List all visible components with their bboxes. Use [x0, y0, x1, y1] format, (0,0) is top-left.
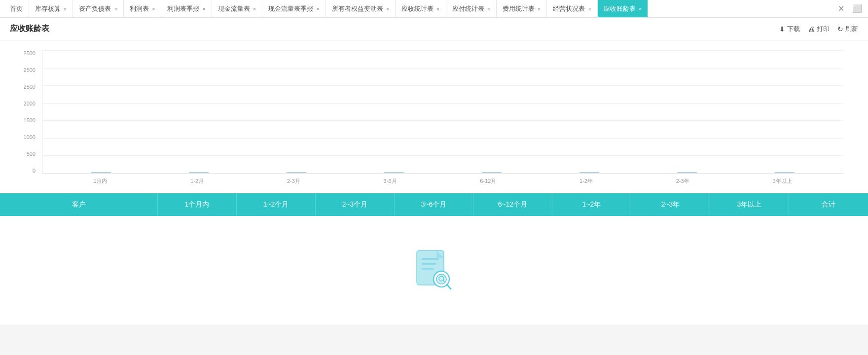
bar-group-6-12month	[482, 172, 502, 173]
chart-container: 2500 2500 2500 2000 1500 1000 500 0	[15, 50, 853, 188]
y-label-2500a: 2500	[24, 50, 36, 56]
page-title: 应收账龄表	[10, 24, 49, 34]
bar-3-6month	[384, 172, 404, 173]
close-icon[interactable]: ×	[316, 6, 319, 12]
bar-2-3month	[287, 172, 306, 173]
svg-line-7	[447, 284, 451, 289]
bar-group-3-6month	[384, 172, 404, 173]
tab-operations[interactable]: 经营状况表 ×	[547, 0, 597, 18]
chart-y-axis: 2500 2500 2500 2000 1500 1000 500 0	[15, 50, 39, 174]
tab-balance[interactable]: 资产负债表 ×	[73, 0, 123, 18]
close-window-icon[interactable]: ✕	[836, 2, 846, 15]
table-header: 客户 1个月内 1~2个月 2~3个月 3~6个月 6~12个月 1~2年 2~…	[0, 193, 868, 216]
bar-group-2-3year	[677, 172, 697, 173]
header-cell-customer: 客户	[0, 193, 158, 216]
close-icon[interactable]: ×	[114, 6, 117, 12]
tab-bar: 首页 库存核算 × 资产负债表 × 利润表 × 利润表季报 × 现金流量表 × …	[0, 0, 868, 18]
x-label-1-2month: 1-2月	[190, 178, 204, 185]
header-cell-1-2year: 1~2年	[552, 193, 631, 216]
header-cell-6-12month: 6~12个月	[473, 193, 552, 216]
close-icon[interactable]: ×	[202, 6, 205, 12]
bar-1-2month	[189, 172, 209, 173]
y-label-0c: 0	[33, 168, 36, 174]
tab-ar-aging[interactable]: 应收账龄表 ×	[598, 0, 648, 18]
bar-group-1-2month	[189, 172, 209, 173]
bars-container	[42, 50, 843, 173]
header-cell-1month: 1个月内	[158, 193, 237, 216]
svg-rect-2	[422, 263, 436, 265]
bar-1-2year	[579, 172, 599, 173]
y-label-500: 1500	[24, 117, 36, 123]
bar-6-12month	[482, 172, 502, 173]
maximize-window-icon[interactable]: ⬜	[850, 2, 864, 15]
download-icon: ⬇	[779, 25, 785, 33]
tab-home[interactable]: 首页	[4, 0, 29, 18]
tab-profit-quarterly[interactable]: 利润表季报 ×	[161, 0, 212, 18]
tab-inventory[interactable]: 库存核算 ×	[29, 0, 73, 18]
close-icon[interactable]: ×	[639, 6, 642, 12]
x-label-1-2year: 1-2年	[579, 178, 593, 185]
tab-cashflow[interactable]: 现金流量表 ×	[212, 0, 262, 18]
bar-group-1-2year	[579, 172, 599, 173]
header-cell-total: 合计	[789, 193, 868, 216]
header-actions: ⬇ 下载 🖨 打印 ↻ 刷新	[779, 25, 858, 34]
y-label-1500: 2500	[24, 84, 36, 90]
close-icon[interactable]: ×	[588, 6, 591, 12]
close-icon[interactable]: ×	[64, 6, 67, 12]
window-controls: ✕ ⬜	[836, 2, 864, 15]
chart-area	[42, 50, 843, 174]
bar-1month	[91, 172, 111, 173]
x-label-2-3year: 2-3年	[676, 178, 689, 185]
x-labels: 1月内 1-2月 2-3月 3-6月 6-12月 1-2年 2-3年 3年以上	[42, 174, 843, 188]
print-icon: 🖨	[808, 25, 815, 33]
empty-state	[0, 216, 868, 324]
header-cell-2-3year: 2~3年	[631, 193, 710, 216]
svg-rect-1	[422, 258, 439, 260]
close-icon[interactable]: ×	[487, 6, 490, 12]
chart-section: 2500 2500 2500 2000 1500 1000 500 0	[0, 40, 868, 193]
bar-2-3year	[677, 172, 697, 173]
bar-3plus	[775, 172, 795, 173]
x-label-2-3month: 2-3月	[287, 178, 300, 185]
header-cell-2-3month: 2~3个月	[316, 193, 395, 216]
y-label-0b: 500	[27, 151, 36, 157]
header-cell-3plus: 3年以上	[710, 193, 789, 216]
x-label-3plus: 3年以上	[772, 178, 792, 185]
svg-point-6	[436, 274, 446, 284]
tab-equity[interactable]: 所有者权益变动表 ×	[326, 0, 396, 18]
y-label-2000: 2500	[24, 67, 36, 73]
tab-profit[interactable]: 利润表 ×	[124, 0, 161, 18]
x-label-6-12month: 6-12月	[480, 178, 496, 185]
refresh-button[interactable]: ↻ 刷新	[837, 25, 858, 34]
main-content: 2500 2500 2500 2000 1500 1000 500 0	[0, 40, 868, 324]
bar-group-1month	[91, 172, 111, 173]
svg-rect-3	[422, 268, 434, 270]
print-button[interactable]: 🖨 打印	[808, 25, 830, 34]
x-label-3-6month: 3-6月	[384, 178, 397, 185]
y-label-1000: 2000	[24, 101, 36, 106]
close-icon[interactable]: ×	[253, 6, 256, 12]
tab-cashflow-quarterly[interactable]: 现金流量表季报 ×	[262, 0, 326, 18]
download-button[interactable]: ⬇ 下载	[779, 25, 800, 34]
refresh-icon: ↻	[837, 25, 843, 33]
close-icon[interactable]: ×	[538, 6, 541, 12]
page-header: 应收账龄表 ⬇ 下载 🖨 打印 ↻ 刷新	[0, 18, 868, 40]
header-cell-3-6month: 3~6个月	[395, 193, 473, 216]
header-cell-1-2month: 1~2个月	[237, 193, 316, 216]
y-label-0a: 1000	[24, 134, 36, 140]
empty-state-icon	[409, 246, 459, 295]
close-icon[interactable]: ×	[386, 6, 389, 12]
x-label-1month: 1月内	[93, 178, 107, 185]
close-icon[interactable]: ×	[436, 6, 439, 12]
tab-expense-stats[interactable]: 费用统计表 ×	[497, 0, 547, 18]
tab-ap-stats[interactable]: 应付统计表 ×	[446, 0, 497, 18]
tab-ar-stats[interactable]: 应收统计表 ×	[396, 0, 446, 18]
bar-group-3plus	[775, 172, 795, 173]
close-icon[interactable]: ×	[152, 6, 155, 12]
bar-group-2-3month	[287, 172, 306, 173]
